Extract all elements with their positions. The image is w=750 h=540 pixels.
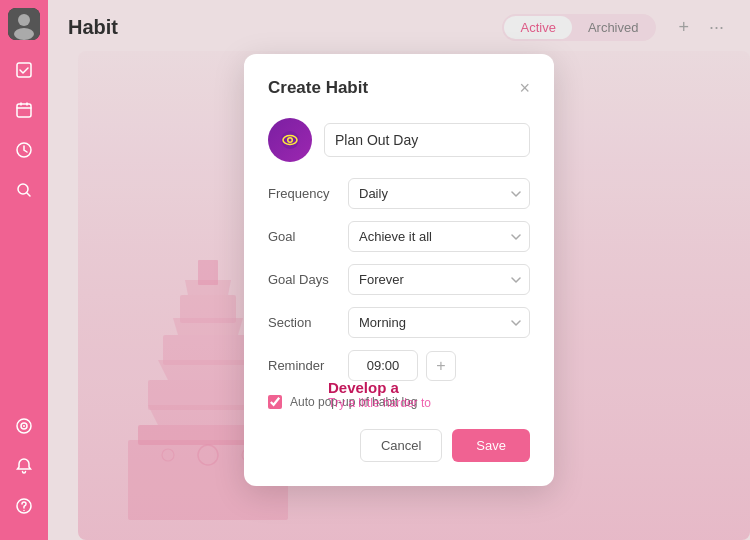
- svg-point-9: [23, 425, 25, 427]
- section-select[interactable]: Morning Afternoon Evening: [348, 307, 530, 338]
- reminder-label: Reminder: [268, 358, 348, 373]
- svg-rect-4: [17, 104, 31, 117]
- frequency-row: Frequency Daily Weekly Monthly: [268, 178, 530, 209]
- create-habit-dialog: Create Habit × Frequency: [244, 54, 554, 486]
- motivational-text: Develop a Try a little harder to: [328, 379, 431, 410]
- goal-row: Goal Achieve it all Custom: [268, 221, 530, 252]
- dialog-title: Create Habit: [268, 78, 368, 98]
- clock-nav-icon[interactable]: [6, 132, 42, 168]
- target-nav-icon[interactable]: [6, 408, 42, 444]
- frequency-label: Frequency: [268, 186, 348, 201]
- action-buttons: Cancel Save: [268, 429, 530, 462]
- avatar[interactable]: [8, 8, 40, 40]
- reminder-row: Reminder +: [268, 350, 530, 381]
- goal-days-row: Goal Days Forever Custom: [268, 264, 530, 295]
- frequency-select[interactable]: Daily Weekly Monthly: [348, 178, 530, 209]
- goal-label: Goal: [268, 229, 348, 244]
- auto-popup-checkbox[interactable]: [268, 395, 282, 409]
- sidebar: [0, 0, 48, 540]
- help-nav-icon[interactable]: [6, 488, 42, 524]
- check-nav-icon[interactable]: [6, 52, 42, 88]
- habit-icon[interactable]: [268, 118, 312, 162]
- main-content: Habit Active Archived + ···: [48, 0, 750, 540]
- reminder-add-button[interactable]: +: [426, 351, 456, 381]
- goal-days-select[interactable]: Forever Custom: [348, 264, 530, 295]
- cancel-button[interactable]: Cancel: [360, 429, 442, 462]
- save-button[interactable]: Save: [452, 429, 530, 462]
- svg-rect-3: [17, 63, 31, 77]
- svg-point-11: [23, 510, 25, 512]
- svg-point-2: [14, 28, 34, 40]
- goal-select[interactable]: Achieve it all Custom: [348, 221, 530, 252]
- close-button[interactable]: ×: [519, 79, 530, 97]
- goal-days-label: Goal Days: [268, 272, 348, 287]
- bell-nav-icon[interactable]: [6, 448, 42, 484]
- section-label: Section: [268, 315, 348, 330]
- dialog-header: Create Habit ×: [268, 78, 530, 98]
- calendar-nav-icon[interactable]: [6, 92, 42, 128]
- modal-overlay: Create Habit × Frequency: [48, 0, 750, 540]
- habit-name-input[interactable]: [324, 123, 530, 157]
- reminder-time-input[interactable]: [348, 350, 418, 381]
- svg-point-1: [18, 14, 30, 26]
- habit-name-row: [268, 118, 530, 162]
- search-nav-icon[interactable]: [6, 172, 42, 208]
- svg-point-28: [289, 139, 292, 142]
- section-row: Section Morning Afternoon Evening: [268, 307, 530, 338]
